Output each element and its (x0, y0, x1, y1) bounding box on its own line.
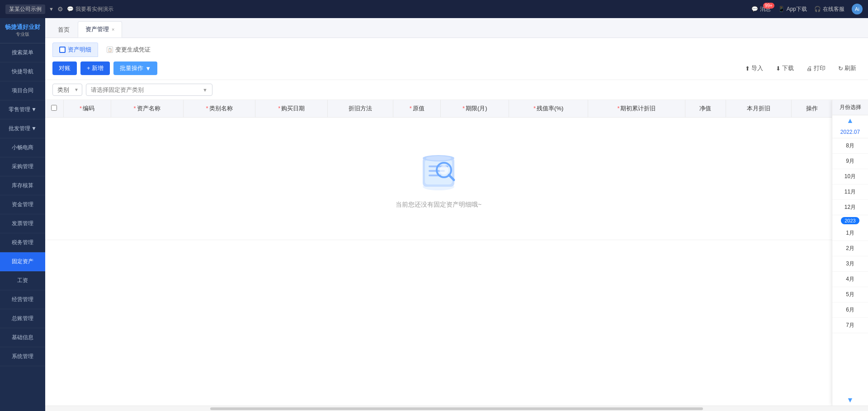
settings-icon[interactable]: ⚙ (57, 5, 63, 13)
sidebar-item-ecommerce[interactable]: 小畅电商 (0, 138, 45, 157)
col-code: 编码 (63, 100, 111, 118)
month-item-11[interactable]: 11月 (832, 184, 868, 200)
table-month-wrapper: 编码 资产名称 类别名称 购买日期 折旧方法 原值 期限(月) 残值率(%) 期… (45, 100, 868, 406)
svg-point-8 (439, 165, 448, 175)
batch-dropdown-icon: ▼ (145, 65, 151, 72)
sidebar-item-basic-info[interactable]: 基础信息 (0, 328, 45, 347)
col-net-value: 净值 (685, 100, 726, 118)
demo-icon: 💬 (67, 6, 74, 12)
category-select[interactable]: 类别 (52, 84, 82, 96)
logo-sub: 专业版 (4, 31, 42, 38)
download-icon: ⬇ (776, 65, 781, 72)
logo-text: 畅捷通好业财 (4, 24, 42, 31)
sidebar-item-tax[interactable]: 税务管理 (0, 233, 45, 252)
demo-link[interactable]: 💬 我要看实例演示 (67, 5, 113, 13)
service-icon: 🎧 (814, 6, 821, 12)
sidebar-item-system[interactable]: 系统管理 (0, 347, 45, 366)
sidebar-item-fixed-assets[interactable]: 固定资产 (0, 252, 45, 271)
sub-tab-asset-detail[interactable]: 资产明细 (52, 43, 98, 57)
tab-asset-management[interactable]: 资产管理 × (78, 21, 122, 38)
import-button[interactable]: ⬆ 导入 (741, 61, 768, 75)
month-scroll-up-button[interactable]: ▲ (847, 117, 854, 124)
month-item-12[interactable]: 12月 (832, 200, 868, 215)
horizontal-scrollbar[interactable] (45, 406, 868, 411)
col-period: 期限(月) (441, 100, 509, 118)
month-item-2[interactable]: 2月 (832, 241, 868, 256)
batch-button[interactable]: 批量操作 ▼ (113, 61, 157, 75)
retail-arrow-icon: ▼ (31, 106, 37, 113)
sub-tabs: 资产明细 📋 变更生成凭证 (45, 38, 868, 57)
month-item-8[interactable]: 8月 (832, 138, 868, 154)
sidebar-item-retail[interactable]: 零售管理 ▼ (0, 100, 45, 119)
month-item-1[interactable]: 1月 (832, 226, 868, 241)
sidebar-item-wholesale[interactable]: 批发管理 ▼ (0, 119, 45, 138)
tab-bar: 首页 资产管理 × (45, 18, 868, 38)
month-item-3[interactable]: 3月 (832, 256, 868, 272)
sidebar-item-quick-nav[interactable]: 快捷导航 (0, 62, 45, 81)
content-area: 首页 资产管理 × 资产明细 📋 变更生成凭 (45, 18, 868, 411)
user-avatar[interactable]: Ai (852, 4, 863, 14)
month-item-4[interactable]: 4月 (832, 272, 868, 287)
category-input-wrap[interactable]: ▼ (86, 84, 212, 96)
empty-illustration (411, 148, 466, 194)
sidebar-item-payroll[interactable]: 工资 (0, 271, 45, 290)
month-item-10[interactable]: 10月 (832, 169, 868, 184)
sidebar-item-invoice[interactable]: 发票管理 (0, 214, 45, 233)
col-depreciation-method: 折旧方法 (328, 100, 393, 118)
app-icon: 📱 (778, 6, 785, 12)
category-filter-wrap: 类别 ▼ (52, 84, 82, 96)
download-button[interactable]: ⬇ 下载 (771, 61, 798, 75)
sub-tab-change-voucher[interactable]: 📋 变更生成凭证 (100, 43, 157, 57)
sidebar-item-purchase[interactable]: 采购管理 (0, 157, 45, 176)
toolbar-right: ⬆ 导入 ⬇ 下载 🖨 打印 ↻ 刷新 (741, 61, 861, 75)
message-button[interactable]: 💬 消息 99+ (751, 5, 771, 13)
select-all-checkbox[interactable] (51, 105, 57, 111)
month-scroll-down-button[interactable]: ▼ (847, 397, 854, 404)
month-panel-year[interactable]: 2022.07 (832, 126, 868, 138)
asset-detail-icon (59, 47, 66, 53)
category-input[interactable] (91, 86, 200, 93)
empty-text: 当前您还没有固定资产明细哦~ (396, 201, 481, 209)
sidebar-item-operations[interactable]: 经营管理 (0, 290, 45, 309)
col-accumulated-depreciation: 期初累计折旧 (588, 100, 685, 118)
month-item-5[interactable]: 5月 (832, 287, 868, 302)
main-content: 资产明细 📋 变更生成凭证 对账 + 新增 批量操作 ▼ (45, 38, 868, 411)
add-button[interactable]: + 新增 (80, 61, 110, 75)
month-panel: 月份选择 ▲ 2022.07 8月 9月 10月 11月 12月 2023 (832, 100, 868, 406)
month-item-7[interactable]: 7月 (832, 318, 868, 333)
print-button[interactable]: 🖨 打印 (802, 61, 830, 75)
message-icon: 💬 (751, 6, 758, 12)
sidebar-item-finance[interactable]: 资金管理 (0, 195, 45, 214)
month-item-6[interactable]: 6月 (832, 302, 868, 318)
change-voucher-icon: 📋 (107, 47, 113, 53)
sidebar-logo: 畅捷通好业财 专业版 (0, 18, 45, 43)
col-residual-rate: 残值率(%) (509, 100, 588, 118)
sidebar-item-project[interactable]: 项目合同 (0, 81, 45, 100)
table-wrap: 编码 资产名称 类别名称 购买日期 折旧方法 原值 期限(月) 残值率(%) 期… (45, 100, 832, 406)
toolbar: 对账 + 新增 批量操作 ▼ ⬆ 导入 ⬇ 下载 🖨 (45, 57, 868, 80)
empty-state: 当前您还没有固定资产明细哦~ (49, 121, 828, 236)
sidebar-item-general-ledger[interactable]: 总账管理 (0, 309, 45, 328)
category-input-arrow-icon[interactable]: ▼ (203, 87, 208, 93)
tab-home[interactable]: 首页 (51, 22, 77, 38)
tab-close-button[interactable]: × (112, 27, 114, 32)
app-download-button[interactable]: 📱 App下载 (778, 5, 807, 13)
sidebar-item-inventory[interactable]: 库存核算 (0, 176, 45, 195)
online-service-button[interactable]: 🎧 在线客服 (814, 5, 844, 13)
company-dropdown-icon[interactable]: ▼ (49, 6, 54, 12)
top-bar-right: 💬 消息 99+ 📱 App下载 🎧 在线客服 Ai (751, 4, 863, 14)
top-bar-left: 某某公司示例 ▼ ⚙ 💬 我要看实例演示 (5, 5, 748, 14)
year-2023-badge-wrap: 2023 (832, 215, 868, 226)
empty-state-cell: 当前您还没有固定资产明细哦~ (45, 118, 832, 240)
month-item-9[interactable]: 9月 (832, 154, 868, 169)
sidebar-item-search[interactable]: 搜索菜单 (0, 43, 45, 62)
filter-bar: 类别 ▼ ▼ (45, 80, 868, 100)
print-icon: 🖨 (807, 65, 812, 72)
main-layout: 畅捷通好业财 专业版 搜索菜单 快捷导航 项目合同 零售管理 ▼ 批发管理 ▼ … (0, 18, 868, 411)
sidebar: 畅捷通好业财 专业版 搜索菜单 快捷导航 项目合同 零售管理 ▼ 批发管理 ▼ … (0, 18, 45, 411)
col-category-name: 类别名称 (183, 100, 255, 118)
refresh-button[interactable]: ↻ 刷新 (834, 61, 861, 75)
col-monthly-depreciation: 本月折旧 (726, 100, 792, 118)
company-selector[interactable]: 某某公司示例 (5, 5, 45, 14)
reconcile-button[interactable]: 对账 (52, 61, 77, 75)
